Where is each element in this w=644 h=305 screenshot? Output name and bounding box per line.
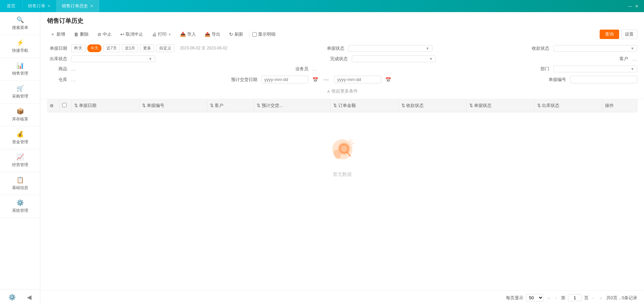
- date-btn-custom[interactable]: 自定义: [156, 44, 174, 52]
- new-button[interactable]: ＋ 新增: [47, 30, 69, 39]
- show-detail-label: 显示明细: [258, 31, 275, 37]
- delete-button[interactable]: 🗑 删除: [71, 30, 92, 39]
- quick-nav-icon: ⚡: [16, 39, 24, 46]
- collapse-label: 收起更多条件: [332, 88, 358, 94]
- th-payment: ⇅ 收款状态: [398, 99, 466, 112]
- page-title: 销售订单历史: [40, 12, 644, 28]
- th-warehouse-out: ⇅ 出库状态: [534, 99, 602, 112]
- sidebar-item-sys-mgmt[interactable]: ⚙️ 系统管理: [0, 195, 40, 218]
- sidebar-item-search-menu-label: 搜索菜单: [12, 25, 28, 31]
- sidebar-item-quick-nav[interactable]: ⚡ 快捷导航: [0, 35, 40, 58]
- th-amount-label: ⇅ 订单金额: [333, 103, 356, 108]
- select-all-checkbox[interactable]: [62, 103, 67, 107]
- cal-to-icon[interactable]: 📅: [385, 77, 391, 82]
- payment-status-select[interactable]: ▼: [553, 45, 637, 52]
- sidebar-item-sales-mgmt[interactable]: 📊 销售管理: [0, 58, 40, 81]
- date-btn-last7[interactable]: 近7天: [103, 44, 120, 52]
- settings-button[interactable]: 设置: [621, 30, 637, 39]
- print-button[interactable]: 🖨 打印 ▼: [148, 30, 175, 39]
- window-close[interactable]: ✕: [635, 4, 639, 9]
- warehouse-out-select[interactable]: ▼: [71, 55, 155, 62]
- dept-select[interactable]: ▼: [553, 66, 637, 72]
- sidebar-item-search-menu[interactable]: 🔍 搜索菜单: [0, 12, 40, 35]
- stop-button[interactable]: ⊘ 中止: [94, 30, 115, 39]
- th-order-no-label: ⇅ 单据编号: [142, 103, 165, 108]
- delete-icon: 🗑: [74, 32, 79, 37]
- sidebar-item-sales-mgmt-label: 销售管理: [12, 71, 28, 76]
- th-date-label: ⇅ 单据日期: [74, 103, 97, 108]
- product-dots[interactable]: ...: [71, 66, 76, 72]
- tab-sales-order-close[interactable]: ✕: [47, 4, 51, 8]
- filter-row-4: 仓库 ... 预计交货日期 📅 — 📅 单据编号: [47, 76, 637, 83]
- show-detail-checkbox[interactable]: 显示明细: [252, 31, 275, 37]
- cancel-stop-button[interactable]: ↩ 取消中止: [117, 30, 146, 39]
- tab-sales-order-history-label: 销售订单历史: [62, 3, 88, 9]
- date-btn-yesterday[interactable]: 昨天: [71, 44, 85, 52]
- delivery-date-to[interactable]: [334, 76, 381, 83]
- tab-sales-order-history-close[interactable]: ✕: [90, 4, 93, 8]
- date-btn-last1m[interactable]: 近1月: [122, 44, 138, 52]
- payment-status-arrow: ▼: [631, 46, 634, 50]
- th-delivery-label: ⇅ 预计交货...: [257, 103, 283, 108]
- sidebar-item-operations-label: 经营管理: [12, 162, 28, 168]
- sidebar-item-finance[interactable]: 💰 资金管理: [0, 126, 40, 149]
- toolbar-separator: [249, 31, 250, 38]
- delete-label: 删除: [80, 31, 89, 37]
- page-input[interactable]: [568, 294, 582, 301]
- show-detail-input[interactable]: [252, 32, 257, 37]
- sidebar-item-purchase-mgmt[interactable]: 🛒 采购管理: [0, 81, 40, 104]
- next-page-btn[interactable]: ›: [591, 295, 596, 301]
- tab-home[interactable]: 首页: [0, 0, 23, 12]
- sidebar-item-basic-info[interactable]: 📋 基础信息: [0, 172, 40, 195]
- import-button[interactable]: 📥 导入: [177, 30, 199, 39]
- warehouse-dots[interactable]: ...: [71, 77, 76, 82]
- svg-line-6: [351, 143, 354, 144]
- sidebar-collapse-icon[interactable]: ◀: [27, 294, 32, 301]
- collapse-bar[interactable]: ∧ 收起更多条件: [47, 87, 637, 96]
- th-settings[interactable]: ⚙: [47, 99, 59, 112]
- payment-label: 收款状态: [529, 45, 549, 51]
- data-table: ⚙ ⇅ 单据日期 ⇅ 单据编号 ⇅ 客户 ⇅ 预计交货...: [47, 99, 637, 112]
- first-page-btn[interactable]: «: [546, 295, 552, 301]
- order-status-select[interactable]: ▼: [348, 45, 432, 52]
- date-buttons: 昨天 今天 近7天 近1月 更多 自定义: [71, 44, 174, 52]
- order-no-input[interactable]: [570, 76, 637, 83]
- refresh-label: 刷新: [234, 31, 243, 37]
- salesperson-dots[interactable]: ...: [312, 66, 317, 72]
- th-actions: 操作: [602, 99, 637, 112]
- product-label: 商品: [47, 66, 67, 72]
- date-label: 单据日期: [47, 45, 67, 51]
- refresh-button[interactable]: ↻ 刷新: [226, 30, 247, 39]
- content-area: 销售订单历史 ＋ 新增 🗑 删除 ⊘ 中止 ↩ 取消中止 🖨 打印: [40, 12, 644, 305]
- print-label: 打印: [158, 31, 167, 37]
- export-icon: 📤: [205, 32, 210, 37]
- complete-status-select[interactable]: ▼: [352, 55, 436, 62]
- window-minimize[interactable]: —: [628, 4, 632, 9]
- prev-page-btn[interactable]: ‹: [554, 295, 558, 301]
- date-btn-more[interactable]: 更多: [140, 44, 154, 52]
- export-button[interactable]: 📤 导出: [201, 30, 224, 39]
- sidebar-item-inventory[interactable]: 📦 库存核算: [0, 104, 40, 126]
- last-page-btn[interactable]: »: [598, 295, 604, 301]
- purchase-mgmt-icon: 🛒: [16, 85, 24, 92]
- date-btn-today[interactable]: 今天: [87, 44, 101, 52]
- sidebar-item-quick-nav-label: 快捷导航: [12, 48, 28, 53]
- filter-row-2: 出库状态 ▼ 完成状态 ▼ 客户 ...: [47, 55, 637, 62]
- sidebar-item-sys-mgmt-label: 系统管理: [12, 208, 28, 214]
- delivery-date-from[interactable]: [261, 76, 308, 83]
- query-button[interactable]: 查询: [600, 30, 619, 39]
- tab-sales-order[interactable]: 销售订单 ✕: [23, 0, 56, 12]
- tab-sales-order-history[interactable]: 销售订单历史 ✕: [56, 0, 99, 12]
- customer-dots[interactable]: ...: [632, 56, 637, 62]
- th-checkbox[interactable]: [59, 99, 71, 112]
- collapse-up-icon: ∧: [327, 89, 330, 94]
- sidebar-item-operations[interactable]: 📈 经营管理: [0, 149, 40, 172]
- salesperson-label: 业务员: [288, 66, 308, 72]
- page-size-select[interactable]: 50 10 20 100: [526, 294, 544, 302]
- sidebar-settings-icon[interactable]: ⚙️: [8, 294, 16, 301]
- cal-from-icon[interactable]: 📅: [312, 77, 318, 82]
- svg-line-5: [350, 141, 352, 143]
- th-customer: ⇅ 客户: [207, 99, 254, 112]
- date-dash: —: [322, 77, 330, 83]
- tab-home-label: 首页: [7, 3, 15, 9]
